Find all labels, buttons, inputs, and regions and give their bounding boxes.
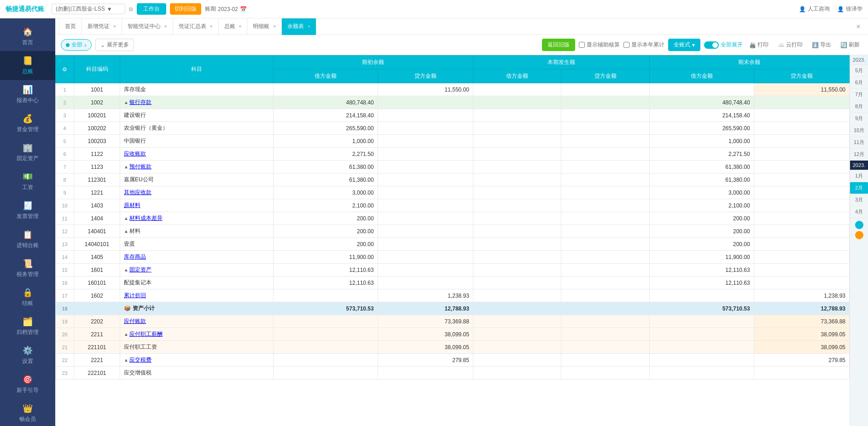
sidebar-item-member[interactable]: 👑 畅会员 [0,399,55,426]
month-10[interactable]: 10月 [850,125,868,137]
tab-new-voucher-close[interactable]: × [113,24,116,29]
tab-balance-sheet-close[interactable]: × [308,24,310,29]
month-7[interactable]: 7月 [850,89,868,101]
switch-old-button[interactable]: 切到旧版 [170,3,201,15]
show-ytd-checkbox[interactable]: 显示本年累计 [623,41,664,49]
copy-icon[interactable]: ⧉ [129,6,133,12]
user-service[interactable]: 👤 人工咨询 [799,5,830,13]
expand-icon[interactable]: ▲ [124,100,128,105]
close-all-tabs-button[interactable]: ✕ [852,23,864,30]
expand-icon[interactable]: ▲ [124,216,128,221]
row-name-link[interactable]: 银行存款 [129,99,151,105]
tab-smart-center-close[interactable]: × [164,24,167,29]
tab-general-ledger-close[interactable]: × [239,24,242,29]
sidebar-item-ledger[interactable]: 📒 总账 [0,51,55,80]
row-name-link[interactable]: 应付职工薪酬 [129,331,163,337]
row-name-link[interactable]: 应付账款 [124,318,146,324]
month-6[interactable]: 6月 [850,77,868,89]
sidebar-item-close[interactable]: 🔒 结账 [0,283,55,312]
sidebar-item-home[interactable]: 🏠 首页 [0,22,55,51]
row-name[interactable]: 原材料 [120,199,274,212]
row-name[interactable]: ▲应付职工薪酬 [120,328,274,341]
row-amount: 12,110.63 [649,264,754,276]
row-name[interactable]: ▲银行存款 [120,96,274,109]
row-name[interactable]: ▲材料成本差异 [120,212,274,225]
month-12[interactable]: 12月 [850,149,868,161]
row-amount [473,367,561,380]
sidebar-item-tax[interactable]: 📜 税务管理 [0,254,55,283]
toggle-all-switch[interactable]: 全部展开 [704,41,743,49]
row-name[interactable]: 应收账款 [120,148,274,161]
row-name[interactable]: ▲应交税费 [120,354,274,367]
period-calendar-icon[interactable]: 📅 [240,6,247,12]
expand-icon[interactable]: ▲ [124,332,128,337]
row-name-link[interactable]: 应收账款 [124,150,146,157]
export-button[interactable]: ⬇️ 导出 [809,39,834,51]
month-11[interactable]: 11月 [850,137,868,149]
expand-icon[interactable]: ▲ [124,357,128,363]
row-name[interactable]: 应付账款 [120,315,274,328]
month-2[interactable]: 2月 [850,182,868,194]
sidebar-item-reports[interactable]: 📊 报表中心 [0,80,55,109]
row-name-link[interactable]: 原材料 [124,202,140,208]
show-aux-input[interactable] [579,42,585,48]
row-name[interactable]: 其他应收款 [120,186,274,199]
tab-smart-center[interactable]: 智能凭证中心 × [122,18,173,35]
expand-icon[interactable]: ▲ [124,164,128,169]
toggle-switch[interactable] [704,41,719,49]
month-8[interactable]: 8月 [850,101,868,113]
tab-balance-sheet[interactable]: 余额表 × [282,18,316,35]
sidebar-item-invoice[interactable]: 🧾 发票管理 [0,196,55,225]
month-4[interactable]: 4月 [850,206,868,218]
sidebar-item-guide[interactable]: 🎯 新手引导 [0,370,55,399]
tab-detail-ledger-close[interactable]: × [273,24,276,29]
row-name-link[interactable]: 预付账款 [129,163,151,170]
row-name-link[interactable]: 其他应收款 [124,189,151,196]
row-name[interactable]: 累计折旧 [120,289,274,302]
row-name-link[interactable]: 材料成本差异 [129,215,163,221]
workbench-button[interactable]: 工作台 [137,3,166,15]
tab-general-ledger[interactable]: 总账 × [219,18,248,35]
month-5[interactable]: 5月 [850,65,868,77]
tab-detail-ledger[interactable]: 明细账 × [247,18,282,35]
refresh-button[interactable]: 🔄 刷新 [838,39,862,51]
expand-icon[interactable]: ▲ [124,229,128,234]
row-name-link[interactable]: 应交税费 [129,357,151,363]
cloud-print-button[interactable]: ☁️ 云打印 [775,39,805,51]
tab-new-voucher[interactable]: 新增凭证 × [82,18,122,35]
filter-tag[interactable]: 全部 › [61,39,92,51]
show-ytd-input[interactable] [623,42,629,48]
month-9[interactable]: 9月 [850,113,868,125]
sidebar-item-purchase[interactable]: 📋 进销台账 [0,225,55,254]
expand-button[interactable]: ⌄ 展开更多 [95,39,134,51]
balance-table: ⚙ 科目编码 科目 期初余额 本期发生额 期末余额 借方金额 贷方金额 借方金额… [55,55,850,380]
company-dropdown-icon: ▼ [107,6,112,12]
company-selector[interactable]: (勿删)江西股金-LSS ▼ [52,4,125,14]
month-3[interactable]: 3月 [850,194,868,206]
row-code: 1002 [74,96,120,109]
show-aux-checkbox[interactable]: 显示辅助核算 [579,41,620,49]
tab-home[interactable]: 首页 [59,18,82,35]
row-amount [561,238,649,251]
sidebar-item-assets[interactable]: 💰 资金管理 [0,109,55,138]
row-amount [561,161,649,173]
sidebar-item-archive[interactable]: 🗂️ 归档管理 [0,312,55,341]
print-button[interactable]: 🖨️ 打印 [746,39,771,51]
tab-voucher-summary[interactable]: 凭证汇总表 × [173,18,219,35]
full-style-button[interactable]: 全账式 ▾ [668,39,700,51]
month-1[interactable]: 1月 [850,170,868,182]
row-amount: 200.00 [273,225,378,238]
sidebar-item-fixed-assets[interactable]: 🏢 固定资产 [0,138,55,167]
row-name-link[interactable]: 固定资产 [129,266,151,273]
row-name[interactable]: ▲固定资产 [120,264,274,276]
row-name[interactable]: ▲预付账款 [120,161,274,173]
expand-icon[interactable]: ▲ [124,267,128,272]
user-name[interactable]: 👤 徐泽华 [837,5,862,13]
row-name[interactable]: 库存商品 [120,251,274,264]
row-name-link[interactable]: 累计折旧 [124,292,146,299]
tab-voucher-summary-close[interactable]: × [210,24,213,29]
sidebar-item-payroll[interactable]: 💵 工资 [0,167,55,196]
row-name-link[interactable]: 库存商品 [124,253,146,260]
return-old-button[interactable]: 返回旧版 [542,39,575,51]
sidebar-item-settings[interactable]: ⚙️ 设置 [0,341,55,370]
